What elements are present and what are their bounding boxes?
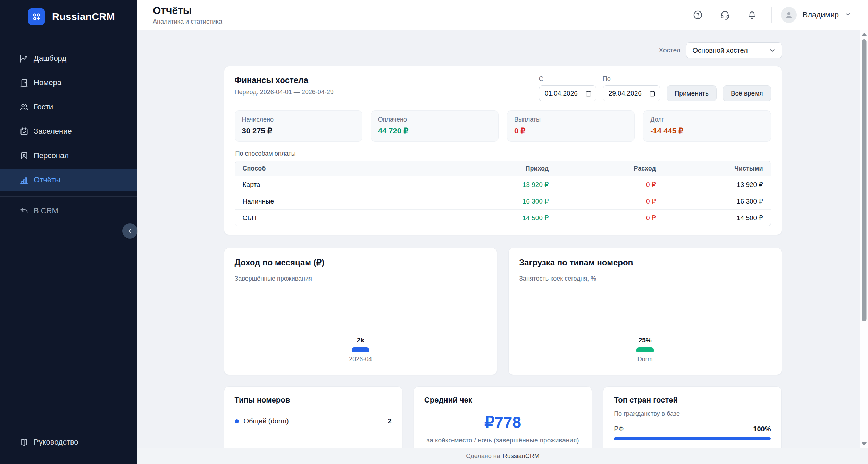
trend-chart-icon	[19, 54, 29, 63]
sidebar-collapse-button[interactable]	[122, 223, 137, 239]
app-logo: RussianCRM	[0, 0, 137, 25]
help-button[interactable]	[692, 9, 704, 21]
headset-icon	[720, 10, 730, 20]
back-arrow-icon	[19, 206, 29, 216]
chevron-left-icon	[126, 227, 133, 234]
sidebar-item-checkin[interactable]: Заселение	[0, 121, 137, 142]
users-icon	[19, 102, 29, 112]
all-time-button[interactable]: Всё время	[723, 85, 771, 101]
table-row: СБП 14 500 ₽ 0 ₽ 14 500 ₽	[235, 210, 771, 226]
scroll-down-arrow-icon[interactable]	[861, 442, 867, 445]
bar-value-label: 25%	[636, 337, 654, 344]
finance-card: Финансы хостела Период: 2026-04-01 — 202…	[224, 66, 782, 235]
notifications-button[interactable]	[746, 9, 758, 21]
country-progress-track	[614, 437, 771, 440]
bar-category-label: 2026-04	[349, 356, 372, 363]
avatar	[781, 7, 797, 23]
sidebar-item-manual[interactable]: Руководство	[0, 431, 137, 453]
country-item: РФ 100%	[614, 425, 771, 433]
occupancy-by-room-type-chart: Загрузка по типам номеров Занятость коек…	[508, 248, 782, 375]
footer: Сделано на RussianCRM	[137, 448, 868, 464]
content: Хостел Основной хостел Финансы хостела П…	[137, 30, 868, 448]
door-icon	[19, 78, 29, 88]
legend-dot	[235, 419, 239, 423]
finance-title: Финансы хостела	[235, 75, 334, 85]
stat-debt: Долг -14 445 ₽	[643, 110, 771, 142]
table-row: Карта 13 920 ₽ 0 ₽ 13 920 ₽	[235, 176, 771, 193]
average-check-subtitle: за койко-место / ночь (завершённые прожи…	[424, 437, 581, 444]
footer-brand: RussianCRM	[503, 453, 540, 460]
table-header-row: Способ Приход Расход Чистыми	[235, 161, 771, 176]
chart-bar-group: 25% Dorm	[636, 337, 654, 363]
sidebar-nav: Дашборд Номера Гости Заселение Перс	[0, 48, 137, 224]
stat-accrued: Начислено 30 275 ₽	[235, 110, 362, 142]
support-button[interactable]	[719, 9, 731, 21]
date-from-input[interactable]: 01.04.2026	[539, 85, 596, 101]
stat-paid: Оплачено 44 720 ₽	[371, 110, 499, 142]
user-icon	[784, 10, 794, 20]
col-method: Способ	[235, 161, 449, 176]
id-badge-icon	[19, 151, 29, 160]
table-row: Наличные 16 300 ₽ 0 ₽ 16 300 ₽	[235, 193, 771, 210]
sidebar: RussianCRM Дашборд Номера Гости З	[0, 0, 137, 464]
bar-value-label: 2k	[349, 337, 372, 344]
footer-text: Сделано на	[466, 453, 500, 460]
payment-methods-table: Способ Приход Расход Чистыми Карта 13 92…	[235, 161, 771, 226]
user-menu[interactable]: Владимир	[781, 7, 851, 23]
sidebar-item-reports[interactable]: Отчёты	[0, 169, 137, 191]
app-name: RussianCRM	[52, 11, 115, 23]
scrollbar-thumb[interactable]	[862, 39, 866, 321]
sidebar-item-guests[interactable]: Гости	[0, 96, 137, 118]
bar-chart-icon	[19, 175, 29, 185]
page-subtitle: Аналитика и статистика	[153, 18, 222, 25]
hostel-label: Хостел	[659, 47, 680, 54]
col-net: Чистыми	[663, 161, 771, 176]
stat-payouts: Выплаты 0 ₽	[507, 110, 635, 142]
date-to-label: По	[603, 75, 660, 83]
finance-stats: Начислено 30 275 ₽ Оплачено 44 720 ₽ Вып…	[235, 110, 771, 142]
bar	[352, 347, 369, 352]
room-type-item: Общий (dorm) 2	[235, 417, 392, 425]
bar	[636, 347, 654, 352]
user-name: Владимир	[802, 10, 839, 19]
help-icon	[693, 10, 703, 20]
sidebar-item-back-to-crm[interactable]: В CRM	[0, 200, 137, 222]
sidebar-item-dashboard[interactable]: Дашборд	[0, 48, 137, 69]
page-title: Отчёты	[153, 5, 222, 16]
calendar-check-icon	[19, 127, 29, 136]
scroll-up-arrow-icon[interactable]	[861, 33, 867, 36]
sidebar-divider	[0, 196, 137, 197]
apply-button[interactable]: Применить	[667, 85, 717, 101]
chevron-down-icon	[844, 11, 851, 19]
date-to-input[interactable]: 29.04.2026	[603, 85, 660, 101]
finance-period: Период: 2026-04-01 — 2026-04-29	[235, 89, 334, 96]
app-logo-icon	[28, 8, 45, 25]
average-check-card: Средний чек ₽778 за койко-место / ночь (…	[414, 386, 592, 448]
topbar: Отчёты Аналитика и статистика Владимир	[137, 0, 868, 30]
sidebar-item-rooms[interactable]: Номера	[0, 72, 137, 93]
average-check-value: ₽778	[424, 413, 581, 432]
country-progress-fill	[614, 437, 771, 440]
bar-category-label: Dorm	[636, 356, 654, 363]
chevron-down-icon	[768, 47, 776, 54]
calendar-icon[interactable]	[585, 90, 592, 97]
bell-icon	[747, 10, 757, 20]
calendar-icon[interactable]	[649, 90, 656, 97]
chart-bar-group: 2k 2026-04	[349, 337, 372, 363]
col-income: Приход	[449, 161, 557, 176]
hostel-select-value: Основной хостел	[693, 47, 768, 55]
room-type-count: 2	[388, 417, 392, 425]
vertical-scrollbar[interactable]	[860, 30, 868, 448]
topbar-divider	[771, 7, 772, 23]
payment-methods-label: По способам оплаты	[235, 150, 771, 157]
col-expense: Расход	[556, 161, 663, 176]
top-countries-card: Топ стран гостей По гражданству в базе Р…	[603, 386, 782, 448]
book-icon	[19, 438, 29, 447]
date-from-label: С	[539, 75, 596, 83]
income-by-month-chart: Доход по месяцам (₽) Завершённые прожива…	[224, 248, 498, 375]
sidebar-item-staff[interactable]: Персонал	[0, 145, 137, 166]
hostel-select[interactable]: Основной хостел	[686, 42, 782, 58]
main-area: Отчёты Аналитика и статистика Владимир	[137, 0, 868, 464]
room-types-card: Типы номеров Общий (dorm) 2	[224, 386, 402, 448]
